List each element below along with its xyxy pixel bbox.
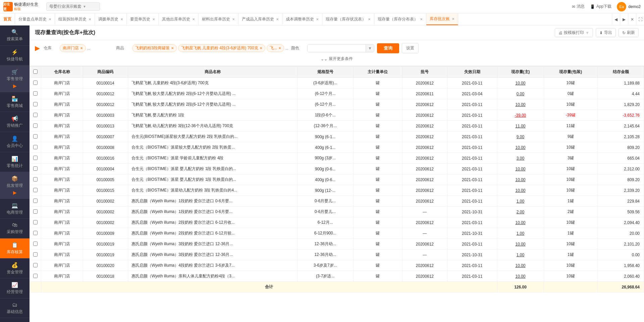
sidebar-item-search[interactable]: 🔍 搜索菜单 [0,25,30,46]
user-profile[interactable]: Ea demo2 [617,2,641,11]
close-icon[interactable]: ✕ [49,17,51,21]
sidebar-item-operations[interactable]: 📈 经营管理 [0,278,30,299]
row-checkbox[interactable] [33,231,38,235]
qty-link[interactable]: 2.00 [517,210,524,214]
nav-left-arrow[interactable]: ◀ [612,13,620,25]
qty-link[interactable]: 1.00 [517,199,524,204]
tab-home[interactable]: 首页 [0,13,15,25]
close-icon[interactable]: ✕ [420,17,423,21]
nav-right-arrow[interactable]: ▶ [620,13,628,25]
tab-product-in[interactable]: 产成品入库单历史 ✕ [238,13,282,25]
close-icon[interactable]: ✕ [192,17,195,21]
sidebar-item-retail-stats[interactable]: 📊 零售统计 [0,152,30,172]
remove-product-tag-1-icon[interactable]: ✕ [171,46,174,50]
close-icon[interactable]: ✕ [89,17,91,21]
product-more[interactable]: ... [285,46,288,50]
qty-link[interactable]: 3.00 [517,156,524,161]
row-checkbox[interactable] [33,263,38,267]
tab-stock-batch[interactable]: 库存批次账 ✕ [426,13,458,25]
tab-stock-status[interactable]: 现存量（库存状况表） ✕ [322,13,374,25]
sidebar-item-marketing[interactable]: 📢 营销推广 [0,112,30,132]
row-checkbox[interactable] [33,241,38,246]
remove-product-tag-2-icon[interactable]: ✕ [260,46,262,50]
row-checkbox[interactable] [33,188,38,192]
sidebar-item-ecommerce[interactable]: 💻 电商管理 [0,199,30,219]
print-btn[interactable]: 🖨 按模板打印 ▼ [555,28,593,37]
sidebar-item-system[interactable]: ⚙ 系统管理 [0,318,30,322]
row-checkbox[interactable] [33,134,38,139]
sidebar-item-inventory[interactable]: 📋 库存核算 [0,238,30,259]
settings-button[interactable]: 设置 [402,43,419,53]
row-checkbox[interactable] [33,156,38,160]
tab-stock-dist[interactable]: 现存量（库存分布表） ✕ [374,13,426,25]
row-checkbox[interactable] [33,209,38,214]
tab-other-out[interactable]: 其他出库单历史 ✕ [159,13,199,25]
qty-link[interactable]: 10.00 [516,274,526,279]
row-checkbox[interactable] [33,102,38,106]
qty-link[interactable]: 10.00 [516,167,526,171]
row-checkbox[interactable] [33,166,38,171]
color-dropdown-icon[interactable]: ▼ [366,45,374,52]
sidebar-item-retail-mall[interactable]: 🏪 零售商城 [0,92,30,112]
nav-maximize[interactable]: ⛶ [636,13,644,25]
table-container[interactable]: 仓库名称 商品编码 商品名称 规格型号 主计量单位 批号 失效日期 现存量(主)… [30,66,644,322]
row-checkbox[interactable] [33,252,38,257]
row-checkbox[interactable] [33,145,38,149]
qty-link[interactable]: 1.00 [517,253,524,257]
qty-link[interactable]: 1.00 [517,231,524,236]
refresh-btn[interactable]: ↻ 刷新 [619,28,639,37]
qty-link[interactable]: -39.00 [515,113,526,118]
tab-material-out[interactable]: 材料出库单历史 ✕ [199,13,238,25]
tab-pick[interactable]: 调拨单历史 ✕ [95,13,127,25]
row-checkbox[interactable] [33,199,38,203]
message-btn[interactable]: ✉ 消息 [572,4,585,9]
qty-link[interactable]: 0.00 [517,92,524,96]
qty-link[interactable]: 9.00 [517,135,524,139]
qty-link[interactable]: 10.00 [516,102,526,107]
row-checkbox[interactable] [33,80,38,85]
expand-btn[interactable]: ⌄⌄ 展开更多条件 [321,56,353,62]
sidebar-item-finance[interactable]: 💰 资金管理 [0,259,30,279]
warehouse-more[interactable]: ... [87,46,90,50]
sidebar-item-batch-mgmt[interactable]: 📦 批发管理 ▶ [0,172,30,199]
sidebar-item-retail-mgmt[interactable]: 🛒 零售管理 ▶ [0,65,30,92]
row-checkbox[interactable] [33,123,38,128]
color-input[interactable] [308,45,366,52]
filter-expand-arrow[interactable]: ▶ [35,45,40,52]
qty-link[interactable]: 11.00 [516,124,526,128]
close-icon[interactable]: ✕ [368,17,371,21]
select-all-checkbox[interactable] [33,69,38,74]
sidebar-item-member[interactable]: 👤 会员中心 [0,132,30,152]
qty-link[interactable]: 10.00 [516,188,526,193]
close-icon[interactable]: ✕ [232,17,235,21]
tab-combo[interactable]: 组装拆卸单历史 ✕ [55,13,95,25]
remove-warehouse-tag-icon[interactable]: ✕ [80,46,83,50]
sidebar-item-purchase[interactable]: 🛍 采购管理 [0,219,30,238]
tab-split-tray[interactable]: 分量盘点单历史 ✕ [15,13,55,25]
sidebar-item-quick-nav[interactable]: ⚡ 快捷导航 [0,46,30,66]
qty-link[interactable]: 10.00 [516,242,526,247]
row-checkbox[interactable] [33,177,38,181]
row-checkbox[interactable] [33,113,38,117]
close-icon[interactable]: ✕ [452,17,454,21]
close-icon[interactable]: ✕ [276,17,279,21]
qty-link[interactable]: 10.00 [516,145,526,150]
app-download-btn[interactable]: 📱 App下载 [590,4,611,9]
nav-close-tab[interactable]: ✕ [628,13,636,25]
close-icon[interactable]: ✕ [120,17,123,21]
sidebar-item-base-info[interactable]: 🗂 基础信息 [0,299,30,318]
qty-link[interactable]: 10.00 [516,177,526,182]
row-checkbox[interactable] [33,91,38,96]
tab-goods-request[interactable]: 要货单历史 ✕ [127,13,159,25]
industry-selector[interactable]: 母婴行业演示账套 ▼ [46,2,100,11]
row-checkbox[interactable] [33,274,38,278]
close-icon[interactable]: ✕ [316,17,319,21]
tab-cost-adjust[interactable]: 成本调整单历史 ✕ [282,13,322,25]
export-btn[interactable]: ⬇ 导出 [596,28,616,37]
remove-product-tag-more-icon[interactable]: ✕ [278,46,281,50]
row-checkbox[interactable] [33,220,38,224]
qty-link[interactable]: 10.00 [516,81,526,86]
close-icon[interactable]: ✕ [152,17,155,21]
qty-link[interactable]: 10.00 [516,220,526,225]
qty-link[interactable]: 10.00 [516,263,526,268]
